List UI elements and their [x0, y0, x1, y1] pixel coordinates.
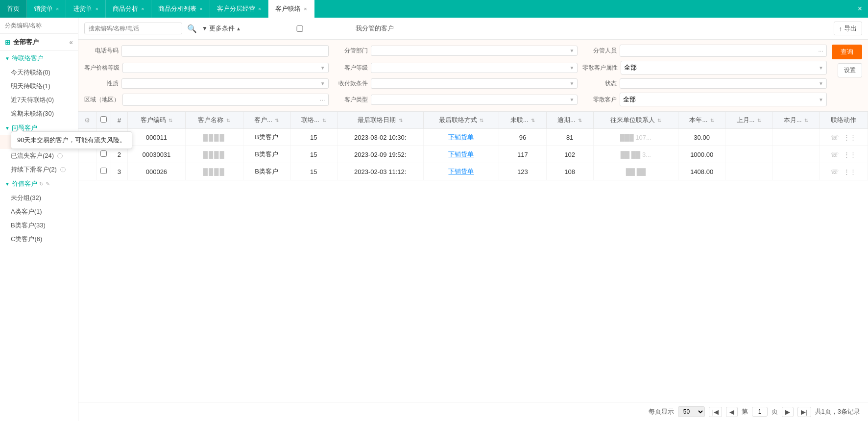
row-last-method[interactable]: 下销货单 — [423, 146, 499, 163]
th-last-method[interactable]: 最后联络方式 ⇅ — [423, 112, 499, 129]
sidebar-item-tier-a[interactable]: A类客户(1) — [0, 205, 78, 219]
tab-sales[interactable]: 销货单 × — [27, 0, 66, 18]
row-last-method[interactable]: 下销货单 — [423, 163, 499, 180]
sidebar-collapse-btn[interactable]: « — [69, 38, 73, 46]
tab-purchase[interactable]: 进货单 × — [66, 0, 105, 18]
more-conditions-toggle[interactable]: ▼ 更多条件 ▲ — [202, 24, 241, 33]
sort-unlisted-icon: ⇅ — [531, 118, 535, 123]
sidebar-search-input[interactable] — [5, 22, 78, 29]
sidebar-item-tier-b[interactable]: B类客户(33) — [0, 219, 78, 232]
sidebar-item-tomorrow[interactable]: 明天待联络(1) — [0, 79, 78, 93]
tab-goods-analysis[interactable]: 商品分析 × — [106, 0, 151, 18]
row-checkbox[interactable] — [100, 150, 107, 157]
tab-customer-contact-close[interactable]: × — [304, 6, 307, 12]
value-refresh-icon[interactable]: ↻ — [39, 181, 44, 187]
th-unlisted[interactable]: 未联... ⇅ — [499, 112, 546, 129]
prev-page-btn[interactable]: ◀ — [726, 407, 738, 417]
customer-type-select[interactable]: ▼ — [371, 95, 578, 105]
page-number-input[interactable] — [752, 407, 768, 417]
tab-purchase-close[interactable]: × — [95, 6, 98, 12]
action-more-icon[interactable]: ⋮⋮ — [844, 151, 856, 158]
gender-select[interactable]: ▼ — [121, 78, 329, 89]
region-select[interactable]: ··· — [122, 94, 329, 106]
th-last-month[interactable]: 上月... ⇅ — [725, 112, 772, 129]
th-settings[interactable]: ⚙ — [78, 112, 96, 129]
th-overdue[interactable]: 逾期... ⇅ — [546, 112, 593, 129]
sidebar-root[interactable]: ⊞ 全部客户 « — [0, 34, 78, 51]
zero-customer-select[interactable]: 全部 ▼ — [620, 93, 827, 106]
action-contact-icon[interactable]: ☏ — [831, 134, 839, 141]
row-last-date: 2023-03-02 10:30: — [337, 129, 423, 146]
filter-dept: 分管部门 ▼ — [334, 46, 578, 56]
tab-customer-tier[interactable]: 客户分层经营 × — [210, 0, 268, 18]
filter-gender: 性质 ▼ — [84, 78, 329, 89]
region-dots[interactable]: ··· — [320, 96, 325, 103]
th-annual[interactable]: 本年... ⇅ — [678, 112, 725, 129]
grid-icon: ⊞ — [5, 39, 10, 46]
row-contact: 15 — [290, 146, 337, 163]
group-value[interactable]: ▼ 价值客户 ↻ ✎ — [0, 176, 78, 191]
th-contact-person[interactable]: 往来单位联系人 ⇅ — [593, 112, 678, 129]
my-customers-filter[interactable]: 我分管的客户 — [246, 24, 394, 33]
row-last-month — [725, 146, 772, 163]
sidebar-item-ungrouped[interactable]: 未分组(32) — [0, 191, 78, 205]
action-contact-icon[interactable]: ☏ — [831, 168, 839, 175]
row-last-method[interactable]: 下销货单 — [423, 129, 499, 146]
first-page-btn[interactable]: |◀ — [709, 407, 722, 417]
sidebar-item-tier-c[interactable]: C类客户(6) — [0, 232, 78, 246]
dept-select[interactable]: ▼ — [371, 46, 578, 56]
tab-sales-close[interactable]: × — [56, 6, 59, 12]
tab-goods-analysis-list[interactable]: 商品分析列表 × — [151, 0, 210, 18]
customer-tier-select[interactable]: ▼ — [371, 63, 578, 73]
export-button[interactable]: ↑ 导出 — [834, 22, 863, 35]
window-close-btn[interactable]: × — [852, 4, 868, 13]
settings-icon[interactable]: ⚙ — [84, 117, 90, 124]
sidebar-item-declining[interactable]: 持续下滑客户(2) ⓘ — [0, 163, 78, 176]
th-name[interactable]: 客户名称 ⇅ — [185, 112, 243, 129]
price-tier-select[interactable]: ▼ — [122, 63, 329, 73]
tab-goods-analysis-close[interactable]: × — [141, 6, 144, 12]
next-page-btn[interactable]: ▶ — [782, 407, 794, 417]
search-button[interactable]: 🔍 — [187, 24, 197, 33]
sidebar-item-overdue[interactable]: 逾期未联络(30) — [0, 107, 78, 121]
person-dots[interactable]: ··· — [818, 47, 823, 54]
action-more-icon[interactable]: ⋮⋮ — [844, 134, 856, 141]
tab-home[interactable]: 首页 — [0, 0, 27, 18]
th-contact[interactable]: 联络... ⇅ — [290, 112, 337, 129]
th-last-date[interactable]: 最后联络日期 ⇅ — [337, 112, 423, 129]
payment-select[interactable]: ▼ — [371, 78, 578, 89]
row-annual: 1000.00 — [678, 146, 725, 163]
last-page-btn[interactable]: ▶| — [797, 407, 811, 417]
tab-customer-tier-close[interactable]: × — [258, 6, 261, 12]
setting-button[interactable]: 设置 — [838, 63, 862, 77]
th-this-month[interactable]: 本月... ⇅ — [772, 112, 820, 129]
row-checkbox[interactable] — [100, 168, 107, 174]
value-edit-icon[interactable]: ✎ — [46, 181, 50, 187]
th-type[interactable]: 客户... ⇅ — [243, 112, 290, 129]
group-pending[interactable]: ▼ 待联络客户 — [0, 51, 78, 66]
sidebar-item-7days[interactable]: 近7天待联络(0) — [0, 93, 78, 107]
person-select[interactable]: ··· — [620, 45, 827, 57]
my-customers-checkbox[interactable] — [246, 25, 354, 32]
page-size-select[interactable]: 50 100 200 — [678, 406, 705, 417]
action-more-icon[interactable]: ⋮⋮ — [844, 168, 856, 175]
select-all-checkbox[interactable] — [100, 116, 107, 123]
row-unlisted: 96 — [499, 129, 546, 146]
sidebar-item-today[interactable]: 今天待联络(0) — [0, 66, 78, 79]
row-overdue: 81 — [546, 129, 593, 146]
row-this-month — [772, 146, 820, 163]
data-table: ⚙ # 客户编码 ⇅ 客户名称 ⇅ — [78, 112, 868, 180]
declining-info-icon: ⓘ — [60, 167, 66, 173]
sidebar-item-churned[interactable]: 已流失客户(24) ⓘ — [0, 149, 78, 163]
zero-attr-select[interactable]: 全部 ▼ — [621, 61, 827, 74]
search-input[interactable] — [84, 23, 182, 34]
phone-input[interactable] — [121, 45, 329, 57]
action-contact-icon[interactable]: ☏ — [831, 151, 839, 158]
tab-goods-analysis-list-close[interactable]: × — [199, 6, 202, 12]
tab-customer-contact[interactable]: 客户联络 × — [268, 0, 314, 18]
pagination-bar: 每页显示 50 100 200 |◀ ◀ 第 页 ▶ ▶| 共1页，3条记录 — [78, 402, 868, 421]
query-button[interactable]: 查询 — [832, 45, 862, 59]
status-select[interactable]: ▼ — [620, 78, 827, 89]
th-code[interactable]: 客户编码 ⇅ — [128, 112, 186, 129]
row-type: B类客户 — [243, 146, 290, 163]
